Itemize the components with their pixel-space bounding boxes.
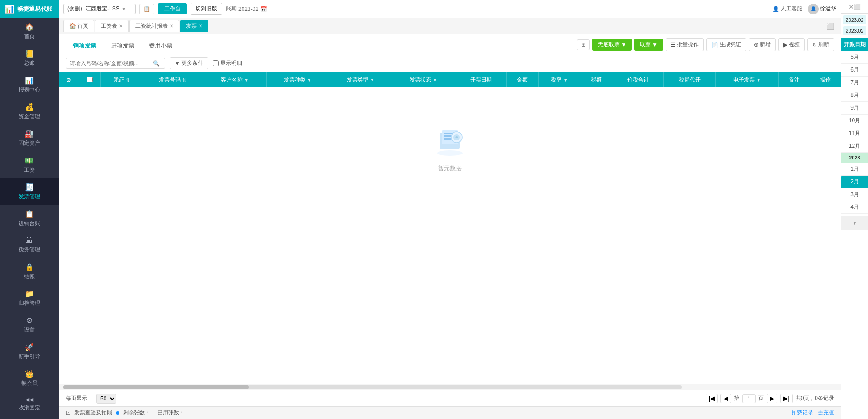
panel-bottom-btn[interactable]: ▼ — [841, 216, 868, 230]
batch-op-button[interactable]: ☰ 批量操作 — [666, 38, 704, 51]
tab-salary[interactable]: 工资表 ✕ — [95, 20, 129, 32]
month-2022-12[interactable]: 12月 — [841, 140, 868, 153]
sidebar-item-funds[interactable]: 💰 资金管理 — [0, 98, 59, 125]
close-tab-salary-stat-icon[interactable]: ✕ — [170, 24, 173, 29]
copy-btn[interactable]: 📋 — [139, 4, 154, 14]
close-tab-invoice-icon[interactable]: ✕ — [199, 24, 202, 29]
company-name: (勿删）江西股宝-LSS — [67, 5, 119, 13]
voucher-icon: 📄 — [711, 42, 718, 48]
generate-voucher-button[interactable]: 📄 生成凭证 — [706, 38, 746, 51]
show-detail-label[interactable]: 显示明细 — [213, 59, 242, 67]
more-conditions-button[interactable]: ▼ 更多条件 — [170, 57, 208, 69]
sidebar-item-home[interactable]: 🏠 首页 — [0, 18, 59, 45]
grid-settings-button[interactable]: ⊞ — [577, 39, 590, 50]
filter-icon: ▼ — [175, 60, 180, 67]
sidebar-bottom: ◀◀ 收消固定 — [0, 389, 59, 419]
th-action: 操作 — [810, 72, 841, 87]
per-page-select[interactable]: 50 — [96, 394, 116, 404]
filter-bar: 🔍 ▼ 更多条件 显示明细 — [59, 54, 841, 72]
first-page-button[interactable]: |◀ — [706, 394, 718, 403]
sub-tab-expense[interactable]: 费用小票 — [142, 39, 180, 53]
sidebar-collapse-btn[interactable]: ◀◀ 收消固定 — [2, 393, 57, 415]
panel-collapse-btn[interactable]: ◀ — [841, 201, 841, 219]
recharge-link[interactable]: 去充值 — [818, 409, 834, 417]
sub-tab-purchase[interactable]: 进项发票 — [104, 39, 142, 53]
month-2023-4[interactable]: 4月 — [841, 201, 868, 214]
bottom-arrow-icon: ▼ — [852, 220, 858, 226]
top-bar-right: 👤 人工客服 👤 徐溢华 — [773, 4, 836, 14]
dropdown-icon: ▼ — [652, 42, 658, 48]
new-button[interactable]: ⊕ 新增 — [749, 38, 776, 51]
month-2022-9[interactable]: 9月 — [841, 102, 868, 115]
period-highlight-2[interactable]: 2023.02 — [843, 26, 866, 35]
sidebar-item-label: 新手引导 — [19, 353, 40, 361]
close-tab-salary-icon[interactable]: ✕ — [119, 24, 123, 29]
user-service[interactable]: 👤 人工客服 — [773, 5, 802, 13]
sidebar-item-archive[interactable]: 📁 归档管理 — [0, 285, 59, 312]
sidebar-item-invoice[interactable]: 🧾 发票管理 — [0, 178, 59, 205]
month-2023-1[interactable]: 1月 — [841, 163, 868, 176]
sidebar-item-label: 首页 — [24, 33, 35, 40]
sidebar-item-label: 归档管理 — [19, 299, 40, 307]
workspace-button[interactable]: 工作台 — [158, 3, 187, 14]
sidebar-item-ledger[interactable]: 📒 总账 — [0, 45, 59, 72]
panel-header[interactable]: 开账日期 — [841, 38, 868, 51]
deduct-record-link[interactable]: 扣费记录 — [792, 409, 813, 417]
ticket-button[interactable]: 取票 ▼ — [634, 39, 663, 51]
sub-tab-sales-label: 销项发票 — [73, 42, 96, 49]
sidebar-item-settings[interactable]: ⚙ 设置 — [0, 312, 59, 338]
sidebar-item-member[interactable]: 👑 畅会员 — [0, 365, 59, 389]
maximize-button[interactable]: ⬜ — [824, 20, 836, 33]
search-input[interactable] — [70, 60, 151, 67]
month-2022-10[interactable]: 10月 — [841, 115, 868, 127]
page-input[interactable] — [742, 394, 756, 403]
last-page-button[interactable]: ▶| — [780, 394, 792, 403]
sidebar-item-reports[interactable]: 📊 报表中心 — [0, 72, 59, 98]
sidebar-item-purchase[interactable]: 📋 进销台账 — [0, 205, 59, 232]
tab-home[interactable]: 🏠 首页 — [63, 20, 94, 32]
month-2022-11[interactable]: 11月 — [841, 127, 868, 140]
sidebar-item-salary[interactable]: 💵 工资 — [0, 152, 59, 178]
close-panel-button[interactable]: ✕ — [849, 3, 854, 10]
prev-page-button[interactable]: ◀ — [720, 394, 731, 403]
sidebar-item-closing[interactable]: 🔒 结账 — [0, 258, 59, 285]
month-2023-3[interactable]: 3月 — [841, 188, 868, 201]
refresh-button[interactable]: ↻ 刷新 — [807, 38, 834, 51]
sidebar-item-assets[interactable]: 🏭 固定资产 — [0, 125, 59, 152]
next-page-button[interactable]: ▶ — [767, 394, 777, 403]
search-icon: 🔍 — [153, 60, 160, 67]
period-highlight-1[interactable]: 2023.02 — [843, 15, 866, 24]
month-2023-2[interactable]: 2月 — [841, 176, 868, 188]
tab-salary-stat[interactable]: 工资统计报表 ✕ — [129, 20, 179, 32]
user-name[interactable]: 👤 徐溢华 — [808, 4, 836, 14]
select-all-checkbox[interactable] — [87, 77, 93, 82]
th-checkbox[interactable] — [79, 72, 101, 87]
switch-version-button[interactable]: 切到旧版 — [191, 3, 222, 15]
company-selector[interactable]: (勿删）江西股宝-LSS ▼ — [63, 4, 136, 14]
no-ticket-button[interactable]: 无底取票 ▼ — [592, 39, 632, 51]
month-2022-6[interactable]: 6月 — [841, 64, 868, 77]
month-2022-8[interactable]: 8月 — [841, 89, 868, 102]
pagination-footer: 每页显示 50 |◀ ◀ 第 页 ▶ ▶| 共0页，0条记录 — [59, 390, 841, 406]
guide-icon: 🚀 — [25, 343, 34, 352]
sidebar-item-tax[interactable]: 🏛 税务管理 — [0, 232, 59, 258]
month-2022-5[interactable]: 5月 — [841, 51, 868, 64]
tab-invoice[interactable]: 发票 ✕ — [180, 20, 208, 32]
sidebar-item-label: 报表中心 — [19, 86, 40, 94]
batch-icon: ☰ — [671, 42, 676, 48]
dropdown-icon: ▼ — [621, 42, 626, 48]
month-2022-7[interactable]: 7月 — [841, 77, 868, 89]
user-avatar: 👤 — [808, 4, 819, 14]
search-input-wrap[interactable]: 🔍 — [66, 58, 165, 69]
th-settings[interactable]: ⚙ — [59, 72, 79, 87]
show-detail-checkbox[interactable] — [213, 60, 219, 66]
filter-icon: ▼ — [307, 77, 311, 82]
year-2023-label: 2023 — [841, 153, 868, 163]
expand-panel-button[interactable]: ⬜ — [854, 4, 861, 10]
calendar-icon: 📅 — [260, 6, 267, 12]
sub-tab-sales[interactable]: 销项发票 — [66, 39, 104, 53]
video-button[interactable]: ▶ 视频 — [778, 38, 805, 51]
sidebar-item-guide[interactable]: 🚀 新手引导 — [0, 338, 59, 365]
minimize-button[interactable]: — — [809, 20, 822, 33]
member-icon: 👑 — [25, 370, 34, 378]
